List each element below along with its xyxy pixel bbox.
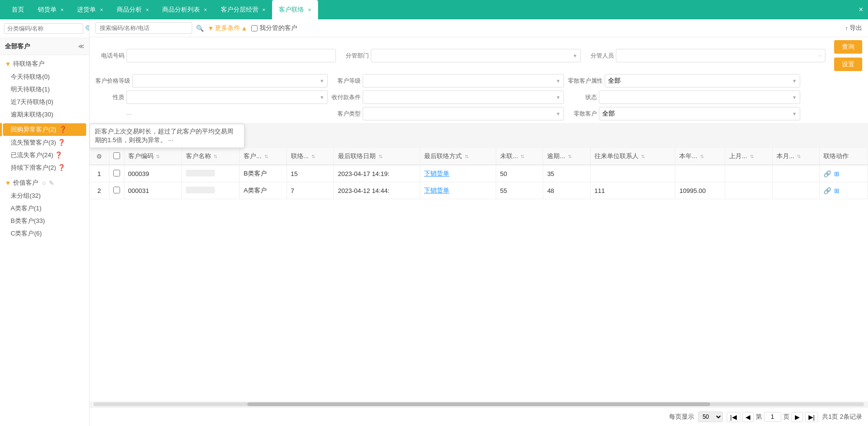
prev-page-button[interactable]: ◀	[742, 412, 754, 422]
close-icon[interactable]: ×	[204, 0, 207, 19]
sort-icon[interactable]: ⇅	[568, 154, 572, 159]
sidebar-search-bar: 🔍	[0, 19, 89, 38]
cell-last-month	[725, 182, 772, 199]
search-icon[interactable]: 🔍	[85, 25, 90, 32]
circle-icon: ○	[42, 179, 46, 187]
all-customers-label: 全部客户	[5, 42, 30, 51]
per-page-select[interactable]: 50 100 200	[698, 411, 723, 422]
row-checkbox[interactable]	[113, 187, 120, 193]
search-input[interactable]	[95, 22, 192, 34]
all-customers-header: 全部客户 ≪	[0, 38, 89, 55]
manager-select[interactable]: ···	[616, 49, 825, 62]
help-icon: ❓	[55, 151, 62, 159]
collapse-icon[interactable]: ≪	[78, 43, 84, 50]
select-all-checkbox[interactable]	[113, 152, 120, 159]
sidebar-item-7days[interactable]: 近7天待联络(0)	[0, 96, 89, 108]
grid-icon[interactable]: ⊞	[834, 170, 839, 177]
scattered-customer-select[interactable]: 全部 ▼	[599, 107, 800, 120]
sidebar-search-input[interactable]	[4, 23, 83, 34]
set-button[interactable]: 设置	[834, 58, 862, 71]
sort-icon[interactable]: ⇅	[213, 154, 217, 159]
grid-icon[interactable]: ⊞	[834, 187, 839, 194]
close-icon[interactable]: ×	[61, 0, 63, 19]
link-icon[interactable]: 🔗	[823, 170, 831, 177]
scattered-customer-label: 零散客户	[568, 110, 597, 118]
cell-name[interactable]	[182, 182, 239, 199]
more-conditions-button[interactable]: ▼ 更多条件 ▲	[208, 24, 247, 32]
nav-customer-contact[interactable]: 客户联络 ×	[272, 0, 318, 19]
cell-overdue: 48	[543, 182, 590, 199]
close-icon[interactable]: ×	[308, 0, 311, 19]
last-page-button[interactable]: ▶|	[805, 412, 818, 422]
sidebar-item-class-a[interactable]: A类客户(1)	[0, 202, 89, 215]
sidebar-item-overdue[interactable]: 逾期未联络(30)	[0, 108, 89, 121]
edit-icon[interactable]: ✎	[49, 179, 54, 187]
cell-name[interactable]	[182, 165, 239, 182]
sort-icon[interactable]: ⇅	[264, 154, 268, 159]
per-page-label: 每页显示	[669, 412, 694, 421]
sort-icon[interactable]: ⇅	[311, 154, 315, 159]
sort-icon[interactable]: ⇅	[641, 154, 645, 159]
search-icon[interactable]: 🔍	[196, 25, 204, 32]
phone-input[interactable]	[126, 49, 336, 62]
link-icon[interactable]: 🔗	[823, 187, 831, 194]
sidebar-item-declining[interactable]: 持续下滑客户(2) ❓	[0, 162, 89, 174]
help-icon: ❓	[59, 126, 67, 133]
chevron-down-icon: ▼	[573, 53, 578, 59]
sidebar: 🔍 全部客户 ≪ ▼ 待联络客户 今天待联络(0) 明天待联络(1) 近7天待联…	[0, 19, 90, 426]
settings-icon[interactable]: ⚙	[96, 153, 102, 160]
close-all-button[interactable]: ×	[859, 5, 863, 14]
nav-customer-tier[interactable]: 客户分层经营 ×	[214, 0, 272, 19]
sort-icon[interactable]: ⇅	[156, 154, 160, 159]
close-icon[interactable]: ×	[100, 0, 103, 19]
nav-purchase-order[interactable]: 进货单 ×	[70, 0, 109, 19]
sidebar-item-repurchase[interactable]: 回购异常客户(2) ❓	[3, 123, 86, 136]
price-tier-select[interactable]: ▼	[132, 74, 328, 88]
row-checkbox[interactable]	[113, 170, 120, 176]
customer-type-select[interactable]: ▼	[363, 107, 564, 120]
customer-tier-select[interactable]: ▼	[363, 74, 564, 88]
sidebar-item-class-c[interactable]: C类客户(6)	[0, 227, 89, 240]
scrollbar-thumb[interactable]	[247, 402, 710, 406]
sidebar-item-tomorrow[interactable]: 明天待联络(1)	[0, 83, 89, 96]
value-group-title[interactable]: ▼ 价值客户 ○ ✎	[0, 176, 89, 190]
payment-select[interactable]: ▼	[363, 90, 564, 104]
query-button[interactable]: 查询	[834, 40, 862, 54]
nav-product-analysis-list[interactable]: 商品分析列表 ×	[155, 0, 213, 19]
sort-icon[interactable]: ⇅	[379, 154, 382, 159]
first-page-button[interactable]: |◀	[727, 412, 740, 422]
page-input[interactable]	[764, 412, 781, 422]
status-select[interactable]: ▼	[599, 90, 800, 104]
export-button[interactable]: ↑ 导出	[845, 24, 863, 32]
filter-row-1: 电话号码 分管部门 ▼ 分管人员 ···	[95, 40, 862, 71]
sidebar-item-today[interactable]: 今天待联络(0)	[0, 71, 89, 83]
sort-icon[interactable]: ⇅	[520, 154, 524, 159]
last-method-link[interactable]: 下销货单	[424, 170, 449, 177]
sort-icon[interactable]: ⇅	[700, 154, 704, 159]
sort-icon[interactable]: ⇅	[750, 154, 754, 159]
nav-home[interactable]: 首页	[5, 0, 31, 19]
nature-select[interactable]: ▼	[126, 90, 328, 104]
sidebar-item-ungrouped[interactable]: 未分组(32)	[0, 190, 89, 202]
pending-group-title[interactable]: ▼ 待联络客户	[0, 57, 89, 71]
sidebar-item-class-b[interactable]: B类客户(33)	[0, 215, 89, 227]
more-dots[interactable]: ···	[126, 110, 132, 118]
sidebar-item-lost-warning[interactable]: 流失预警客户(3) ❓	[0, 136, 89, 149]
scattered-attr-select[interactable]: 全部 ▼	[605, 74, 800, 88]
my-customer-checkbox-label[interactable]: 我分管的客户	[251, 24, 297, 32]
nav-product-analysis[interactable]: 商品分析 ×	[110, 0, 155, 19]
close-icon[interactable]: ×	[262, 0, 265, 19]
advanced-filter: 电话号码 分管部门 ▼ 分管人员 ···	[90, 37, 868, 124]
chevron-up-icon: ▲	[241, 25, 247, 32]
sort-icon[interactable]: ⇅	[465, 154, 469, 159]
my-customer-checkbox[interactable]	[251, 25, 258, 31]
horizontal-scrollbar[interactable]	[90, 401, 868, 407]
close-icon[interactable]: ×	[146, 0, 149, 19]
last-method-link[interactable]: 下销货单	[424, 187, 449, 194]
nav-sales-order[interactable]: 销货单 ×	[31, 0, 70, 19]
dept-select[interactable]: ▼	[371, 49, 580, 62]
cell-last-method: 下销货单	[420, 165, 496, 182]
next-page-button[interactable]: ▶	[792, 412, 803, 422]
sort-icon[interactable]: ⇅	[797, 154, 801, 159]
sidebar-item-already-lost[interactable]: 已流失客户(24) ❓	[0, 149, 89, 162]
